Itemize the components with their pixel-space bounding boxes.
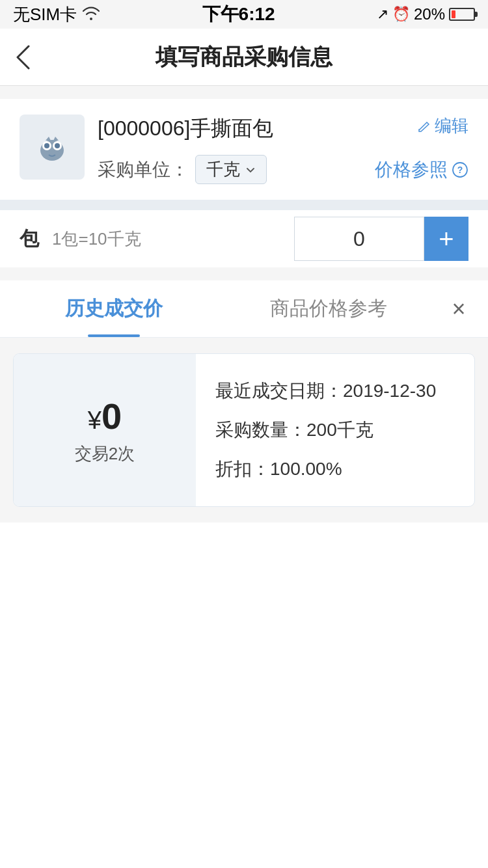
unit-conversion-label: 1包=10千克 xyxy=(52,228,281,251)
tab-close-button[interactable]: × xyxy=(436,295,481,323)
alarm-icon: ⏰ xyxy=(392,6,410,23)
product-image xyxy=(20,115,85,180)
tab-history-price[interactable]: 历史成交价 xyxy=(7,280,221,337)
purchase-qty-row: 采购数量：200千克 xyxy=(215,416,455,444)
svg-text:?: ? xyxy=(457,165,463,175)
location-icon: ↗ xyxy=(377,6,388,23)
back-button[interactable] xyxy=(16,45,30,70)
tab-product-price-ref-label: 商品价格参考 xyxy=(270,295,387,322)
edit-button[interactable]: 编辑 xyxy=(418,115,468,137)
price-card-right: 最近成交日期：2019-12-30 采购数量：200千克 折扣：100.00% xyxy=(196,354,474,506)
price-amount: ¥0 xyxy=(88,395,122,437)
quantity-unit-label: 包 xyxy=(20,226,39,252)
recent-date-row: 最近成交日期：2019-12-30 xyxy=(215,377,455,405)
product-info: [0000006]手撕面包 编辑 采购单位： 千克 价格参照 xyxy=(98,115,468,184)
battery-icon xyxy=(449,8,475,21)
page-background xyxy=(0,522,488,868)
status-time: 下午6:12 xyxy=(202,2,275,27)
status-left: 无SIM卡 xyxy=(13,3,100,26)
purchase-unit-row: 采购单位： 千克 价格参照 ? xyxy=(98,155,468,184)
quantity-row: 包 1包=10千克 + xyxy=(0,210,488,267)
tabs-container: 历史成交价 商品价格参考 × xyxy=(0,280,488,338)
wifi-icon xyxy=(82,5,100,25)
nav-bar: 填写商品采购信息 xyxy=(0,29,488,86)
price-card-left: ¥0 交易2次 xyxy=(14,354,196,506)
page-title: 填写商品采购信息 xyxy=(156,42,332,72)
unit-selector[interactable]: 千克 xyxy=(195,155,267,184)
quantity-input[interactable] xyxy=(294,217,424,261)
price-reference-button[interactable]: 价格参照 ? xyxy=(375,157,468,182)
svg-point-3 xyxy=(44,143,49,148)
unit-label: 采购单位： xyxy=(98,157,189,182)
quantity-plus-button[interactable]: + xyxy=(424,217,468,261)
quantity-input-wrap: + xyxy=(294,217,468,261)
discount-row: 折扣：100.00% xyxy=(215,455,455,483)
tab-underline xyxy=(88,334,140,337)
carrier-text: 无SIM卡 xyxy=(13,3,77,26)
price-currency-symbol: ¥ xyxy=(88,407,102,434)
svg-point-4 xyxy=(55,143,60,148)
tab-history-price-label: 历史成交价 xyxy=(65,295,163,322)
price-card: ¥0 交易2次 最近成交日期：2019-12-30 采购数量：200千克 折扣：… xyxy=(13,353,475,507)
transaction-count: 交易2次 xyxy=(75,442,135,465)
battery-percent: 20% xyxy=(414,5,445,23)
status-right: ↗ ⏰ 20% xyxy=(377,5,475,23)
tab-product-price-ref[interactable]: 商品价格参考 xyxy=(221,280,436,337)
status-bar: 无SIM卡 下午6:12 ↗ ⏰ 20% xyxy=(0,0,488,29)
product-header: [0000006]手撕面包 编辑 xyxy=(98,115,468,143)
product-card: [0000006]手撕面包 编辑 采购单位： 千克 价格参照 xyxy=(0,99,488,200)
product-name: [0000006]手撕面包 xyxy=(98,115,273,143)
section-divider xyxy=(0,200,488,210)
